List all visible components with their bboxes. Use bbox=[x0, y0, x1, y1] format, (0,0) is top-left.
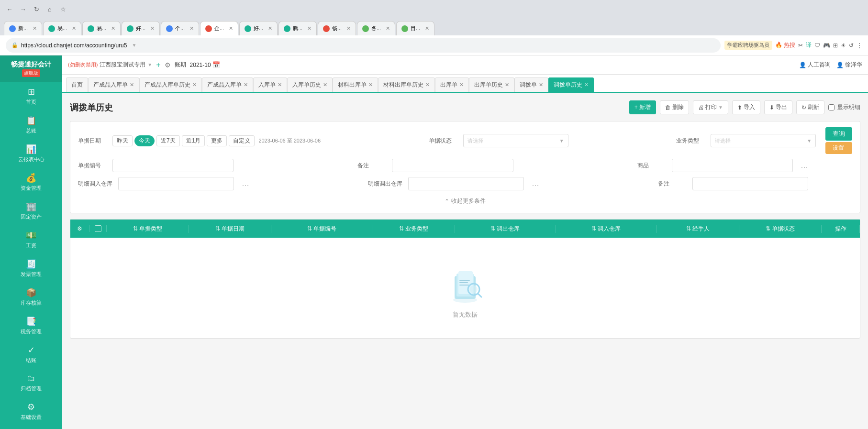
sidebar-item-inventory[interactable]: 📦 库存核算 bbox=[0, 283, 62, 311]
tab-close-t10[interactable]: ✕ bbox=[386, 25, 390, 32]
show-all-checkbox[interactable] bbox=[828, 104, 835, 110]
sidebar-item-ledger[interactable]: 📋 总账 bbox=[0, 110, 62, 139]
sidebar-item-funds[interactable]: 💰 资金管理 bbox=[0, 168, 62, 197]
export-btn[interactable]: ⬇ 导出 bbox=[764, 100, 792, 114]
th-in-warehouse[interactable]: ⇅ 调入仓库 bbox=[556, 225, 657, 233]
app-tab-1[interactable]: 产成品入库单✕ bbox=[88, 77, 139, 92]
th-doc-num[interactable]: ⇅ 单据编号 bbox=[271, 225, 372, 233]
app-tab-close-8[interactable]: ✕ bbox=[459, 82, 464, 88]
th-checkbox[interactable] bbox=[89, 225, 107, 232]
browser-tab-t5[interactable]: 个... ✕ bbox=[161, 21, 199, 35]
user-avatar[interactable]: 👤 徐泽华 bbox=[836, 61, 862, 69]
app-tab-9[interactable]: 出库单历史✕ bbox=[469, 77, 514, 92]
remark-input[interactable] bbox=[392, 159, 513, 172]
tab-close-t5[interactable]: ✕ bbox=[189, 25, 194, 32]
th-gear[interactable]: ⚙ bbox=[70, 225, 89, 232]
doc-num-input[interactable] bbox=[112, 159, 234, 172]
app-tab-close-7[interactable]: ✕ bbox=[425, 82, 430, 88]
th-doc-date[interactable]: ⇅ 单据日期 bbox=[189, 225, 271, 233]
show-all-btn[interactable]: 显示明细 bbox=[828, 103, 860, 111]
tab-close-t8[interactable]: ✕ bbox=[307, 25, 312, 32]
browser-tab-t3[interactable]: 易... ✕ bbox=[82, 21, 121, 35]
app-tab-5[interactable]: 入库单历史✕ bbox=[287, 77, 333, 92]
tab-close-t7[interactable]: ✕ bbox=[268, 25, 272, 32]
sidebar-item-settings[interactable]: ⚙ 基础设置 bbox=[0, 397, 62, 426]
nav-home[interactable]: ⌂ bbox=[44, 3, 56, 15]
th-doc-type[interactable]: ⇅ 单据类型 bbox=[107, 225, 189, 233]
th-doc-status[interactable]: ⇅ 单据状态 bbox=[739, 225, 822, 233]
goods-dots[interactable]: … bbox=[801, 161, 808, 170]
date-btn-1month[interactable]: 近1月 bbox=[182, 135, 205, 146]
app-tab-7[interactable]: 材料出库单历史✕ bbox=[378, 77, 435, 92]
company-select[interactable]: (勿删勿禁用) 江西服宝测试专用 ▼ bbox=[68, 61, 152, 69]
sidebar-item-reports[interactable]: 📊 云报表中心 bbox=[0, 139, 62, 168]
app-tab-8[interactable]: 出库单✕ bbox=[435, 77, 469, 92]
app-tab-close-1[interactable]: ✕ bbox=[130, 82, 134, 88]
sidebar-item-guide[interactable]: ◎ 新手引导 bbox=[0, 426, 62, 429]
collapse-btn[interactable]: ⌃ 收起更多条件 bbox=[443, 195, 488, 207]
detail-out-input[interactable] bbox=[408, 177, 524, 190]
browser-tab-t2[interactable]: 易... ✕ bbox=[43, 21, 81, 35]
browser-tab-t1[interactable]: 新... ✕ bbox=[4, 21, 42, 35]
settings2-btn[interactable]: 设置 bbox=[825, 142, 852, 154]
tab-close-t11[interactable]: ✕ bbox=[425, 25, 429, 32]
nav-back[interactable]: ← bbox=[4, 3, 15, 15]
th-handler[interactable]: ⇅ 经手人 bbox=[657, 225, 739, 233]
app-tab-close-2[interactable]: ✕ bbox=[192, 82, 197, 88]
nav-forward[interactable]: → bbox=[17, 3, 29, 15]
app-tab-11[interactable]: 调拨单历史✕ bbox=[548, 77, 594, 92]
import-btn[interactable]: ⬆ 导入 bbox=[732, 100, 760, 114]
sidebar-item-tax[interactable]: 📑 税务管理 bbox=[0, 311, 62, 340]
sidebar-item-wages[interactable]: 💵 工资 bbox=[0, 225, 62, 254]
tab-close-t6[interactable]: ✕ bbox=[229, 25, 233, 32]
sidebar-item-home[interactable]: ⊞ 首页 bbox=[0, 82, 62, 110]
tab-close-t2[interactable]: ✕ bbox=[72, 25, 76, 32]
sidebar-item-settle[interactable]: ✓ 结账 bbox=[0, 340, 62, 369]
status-select[interactable]: 请选择 ▼ bbox=[463, 134, 568, 147]
app-tab-2[interactable]: 产成品入库单历史✕ bbox=[139, 77, 202, 92]
app-tab-close-9[interactable]: ✕ bbox=[505, 82, 509, 88]
browser-tab-t11[interactable]: 目... ✕ bbox=[396, 21, 434, 35]
biz-type-select[interactable]: 请选择 ▼ bbox=[711, 134, 816, 147]
detail-out-dots[interactable]: … bbox=[532, 179, 539, 188]
tab-close-t1[interactable]: ✕ bbox=[33, 25, 37, 32]
tab-close-t9[interactable]: ✕ bbox=[346, 25, 351, 32]
support-btn[interactable]: 👤 人工咨询 bbox=[799, 61, 831, 69]
refresh-btn[interactable]: ↻ 刷新 bbox=[796, 100, 824, 114]
browser-tab-t4[interactable]: 好... ✕ bbox=[122, 21, 160, 35]
settings-btn[interactable]: ⚙ bbox=[165, 61, 171, 69]
sidebar-item-assets[interactable]: 🏢 固定资产 bbox=[0, 197, 62, 225]
period-value[interactable]: 2021-10 📅 bbox=[190, 61, 220, 68]
delete-btn[interactable]: 🗑 删除 bbox=[660, 100, 689, 114]
sidebar-item-invoice[interactable]: 🧾 发票管理 bbox=[0, 254, 62, 283]
nav-bookmark[interactable]: ☆ bbox=[57, 3, 69, 15]
th-out-warehouse[interactable]: ⇅ 调出仓库 bbox=[455, 225, 556, 233]
app-tab-close-11[interactable]: ✕ bbox=[584, 82, 589, 88]
app-tab-close-4[interactable]: ✕ bbox=[278, 82, 282, 88]
app-tab-3[interactable]: 产成品入库单✕ bbox=[202, 77, 253, 92]
app-tab-close-6[interactable]: ✕ bbox=[368, 82, 373, 88]
browser-tab-t10[interactable]: 各... ✕ bbox=[357, 21, 395, 35]
sidebar-item-archive[interactable]: 🗂 归档管理 bbox=[0, 369, 62, 397]
app-tab-10[interactable]: 调拨单✕ bbox=[514, 77, 548, 92]
tab-close-t4[interactable]: ✕ bbox=[150, 25, 155, 32]
add-company-btn[interactable]: + bbox=[156, 61, 160, 69]
app-tab-close-3[interactable]: ✕ bbox=[244, 82, 248, 88]
tab-close-t3[interactable]: ✕ bbox=[111, 25, 115, 32]
date-btn-yesterday[interactable]: 昨天 bbox=[112, 135, 133, 146]
browser-tab-t8[interactable]: 腾... ✕ bbox=[278, 21, 317, 35]
app-tab-4[interactable]: 入库单✕ bbox=[253, 77, 287, 92]
browser-tab-t9[interactable]: 畅... ✕ bbox=[318, 21, 356, 35]
goods-input[interactable] bbox=[672, 159, 793, 172]
print-btn[interactable]: 🖨 打印 ▼ bbox=[693, 100, 728, 114]
detail-in-input[interactable] bbox=[118, 177, 234, 190]
date-btn-today[interactable]: 今天 bbox=[134, 135, 155, 146]
date-btn-7days[interactable]: 近7天 bbox=[156, 135, 180, 146]
th-biz-type[interactable]: ⇅ 业务类型 bbox=[372, 225, 455, 233]
browser-tab-t7[interactable]: 好... ✕ bbox=[239, 21, 278, 35]
date-btn-more[interactable]: 更多 bbox=[207, 135, 227, 146]
app-tab-close-5[interactable]: ✕ bbox=[323, 82, 327, 88]
select-all-checkbox[interactable] bbox=[95, 225, 101, 232]
app-tab-0[interactable]: 首页 bbox=[66, 77, 88, 92]
app-tab-6[interactable]: 材料出库单✕ bbox=[333, 77, 378, 92]
